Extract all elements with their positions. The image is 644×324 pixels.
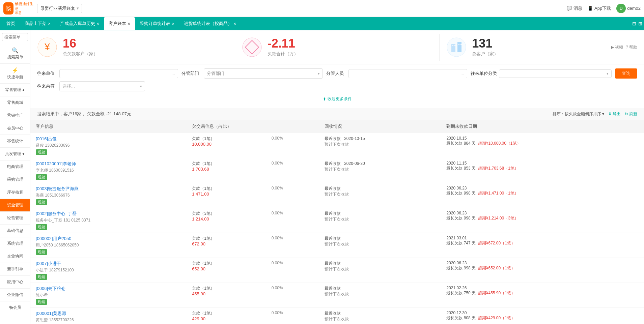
sidebar-item-inventory[interactable]: 库存核算 [0, 186, 30, 199]
customer-name-6[interactable]: [0006]去下粮仓 [36, 286, 65, 291]
cell-collection-2: 最近收款 预计下次收款 [319, 183, 441, 208]
tab-close-4[interactable]: ✕ [172, 22, 174, 26]
message-button[interactable]: 💬 消息 [567, 5, 582, 11]
maximize-icon[interactable]: ⊞ [638, 21, 642, 26]
customer-name-3[interactable]: [0002]服务中心_丁磊 [36, 211, 77, 216]
results-actions: 排序：按欠款金额倒序排序 ▾ ⬇ 导出 ↻ 刷新 [553, 111, 637, 117]
department-input[interactable]: 分管部门 ▾ [204, 68, 323, 79]
customer-name-4[interactable]: [000002]用户2050 [36, 236, 72, 241]
export-button[interactable]: ⬇ 导出 [608, 111, 621, 117]
filter-row-2: 往来余额 选择... ▾ [37, 81, 637, 91]
tab-close-3[interactable]: ✕ [128, 22, 130, 26]
debt-amount-6[interactable]: 455.90 [192, 291, 260, 296]
minimize-icon[interactable]: ⊟ [632, 21, 636, 26]
app-download-button[interactable]: 📱 App下载 [588, 5, 611, 11]
message-icon: 💬 [567, 6, 572, 11]
customer-tag-0: 现销 [36, 149, 47, 155]
next-collect-4: 预计下次收款 [325, 241, 436, 247]
sidebar: 🔍 搜索菜单 ⚡ 快捷导航 零售管理 ▲ 零售商城 营销推广 [0, 30, 30, 324]
overdue-text-3[interactable]: 超期¥1,214.00（3笔） [478, 216, 519, 220]
sidebar-item-purchase[interactable]: 采购管理 [0, 173, 30, 186]
customer-meta-4: 用户2050 18665062050 [36, 242, 181, 248]
sidebar-item-marketing[interactable]: 营销推广 [0, 109, 30, 122]
overdue-text-5[interactable]: 超期¥652.00（1笔） [478, 266, 515, 270]
user-avatar[interactable]: D demo2 [616, 4, 641, 13]
customer-name-7[interactable]: [000001]黄思源 [36, 311, 66, 316]
sidebar-item-retail-mgmt[interactable]: 零售管理 ▲ [0, 84, 30, 96]
sidebar-item-quick-nav[interactable]: ⚡ 快捷导航 [0, 64, 30, 84]
video-button[interactable]: ▶ 视频 [611, 45, 623, 50]
refresh-button[interactable]: ↻ 刷新 [625, 111, 637, 117]
debt-amount-0[interactable]: 10,000.00 [192, 142, 260, 147]
debt-count-1: 欠款（1笔） [192, 161, 260, 167]
sidebar-item-finance[interactable]: 资金管理 [0, 199, 30, 212]
sidebar-item-system[interactable]: 系统管理 [0, 237, 30, 250]
system-name-dropdown[interactable]: 母婴行业演示账套 ▾ [37, 4, 82, 13]
search-button[interactable]: 查询 [615, 68, 637, 79]
overdue-text-1[interactable]: 超期¥1,703.68（1笔） [478, 166, 519, 171]
search-input[interactable] [2, 33, 28, 41]
tab-close-5[interactable]: ✕ [233, 22, 236, 26]
overdue-text-4[interactable]: 超期¥672.00（1笔） [478, 241, 515, 245]
customer-meta-0: 吕俊 13026203696 [36, 143, 181, 148]
customer-name-5[interactable]: [0007]小进干 [36, 261, 61, 266]
overdue-text-6[interactable]: 超期¥455.90（1笔） [478, 291, 515, 295]
sidebar-item-membership[interactable]: 会员中心 [0, 122, 30, 135]
overdue-text-2[interactable]: 超期¥1,471.00（1笔） [478, 191, 519, 196]
tab-1[interactable]: 商品上下架 ✕ [20, 17, 55, 30]
category-input[interactable]: ▾ [499, 69, 612, 78]
tab-close-1[interactable]: ✕ [48, 22, 51, 26]
debt-count-5: 欠款（1笔） [192, 261, 260, 266]
tab-3[interactable]: 客户账本 ✕ [104, 17, 135, 30]
overdue-text-7[interactable]: 超期¥429.00（1笔） [478, 316, 515, 320]
table-container: 客户信息 欠交易信息（占比） 回收情况 到期未收款日期 [0016]吕俊 吕俊 … [30, 120, 644, 324]
table-row: [0016]吕俊 吕俊 13026203696 现销 欠款（1笔） 10,000… [30, 133, 644, 158]
next-collect-3: 预计下次收款 [325, 216, 436, 222]
debt-amount-3[interactable]: 1,214.00 [192, 216, 260, 222]
tab-2[interactable]: 产成品入库单历史 ✕ [55, 17, 104, 30]
counterpart-input[interactable]: ... [59, 69, 178, 78]
collapse-filter-button[interactable]: ⬆ 收起更多条件 [37, 94, 637, 104]
recent-collect-0: 最近收款 2020-10-15 [325, 136, 436, 142]
customer-name-0[interactable]: [0016]吕俊 [36, 136, 57, 141]
sidebar-item-operations[interactable]: 经营管理 [0, 212, 30, 225]
sidebar-item-retail-store[interactable]: 零售商城 [0, 96, 30, 109]
overdue-text-0[interactable]: 超期¥10,000.00（1笔） [478, 141, 521, 146]
stats-row: ¥ 16 总欠款客户（家） [30, 30, 644, 64]
sidebar-item-ecommerce[interactable]: 电商管理 [0, 160, 30, 173]
cell-due-date-5: 2020.06.23 最长欠款 998 天 超期¥652.00（1笔） [441, 258, 644, 283]
debt-amount-5[interactable]: 652.00 [192, 266, 260, 271]
debt-amount-7[interactable]: 429.00 [192, 316, 260, 321]
customer-name-1[interactable]: [0001020001]李老师 [36, 161, 76, 166]
debt-amount-4[interactable]: 672.00 [192, 241, 260, 246]
sidebar-item-collaboration[interactable]: 企业协同 [0, 250, 30, 263]
tab-home[interactable]: 首页 [2, 21, 20, 27]
customer-name-2[interactable]: [0003]畅捷服务尹海燕 [36, 186, 79, 191]
manager-input[interactable]: ... [348, 69, 467, 78]
sidebar-item-apps[interactable]: 应用中心 [0, 276, 30, 289]
customer-table: 客户信息 欠交易信息（占比） 回收情况 到期未收款日期 [0016]吕俊 吕俊 … [30, 120, 644, 324]
app-logo: 畅 [3, 2, 13, 14]
sidebar-item-wechat[interactable]: 企业微信 [0, 289, 30, 301]
sidebar-item-basic-info[interactable]: 基础信息 [0, 225, 30, 237]
help-button[interactable]: ? 帮助 [626, 45, 637, 50]
sidebar-item-vip[interactable]: 畅会员 [0, 301, 30, 314]
debt-ratio-6: 0.00% [272, 286, 314, 290]
sidebar-item-retail-stats[interactable]: 零售统计 [0, 135, 30, 148]
next-collect-0: 预计下次收款 [325, 142, 436, 147]
sidebar-item-guide[interactable]: 新手引导 [0, 263, 30, 276]
cell-debt-count-5: 欠款（1笔） 652.00 [187, 258, 266, 283]
debt-amount-2[interactable]: 1,471.00 [192, 192, 260, 197]
customer-tag-3: 现销 [36, 224, 47, 230]
tab-4[interactable]: 采购订单统计表 ✕ [135, 17, 179, 30]
cell-debt-ratio-2: 0.00% [266, 183, 319, 208]
debt-amount-1[interactable]: 1,703.68 [192, 167, 260, 172]
sidebar-item-search[interactable]: 🔍 搜索菜单 [0, 44, 30, 64]
tab-5[interactable]: 进货单统计表（按商品） ✕ [179, 17, 241, 30]
next-collect-1: 预计下次收款 [325, 167, 436, 172]
sort-selector[interactable]: 排序：按欠款金额倒序排序 ▾ [553, 111, 604, 117]
balance-input[interactable]: 选择... ▾ [59, 81, 145, 91]
filter-label-balance: 往来余额 [37, 83, 57, 89]
tab-close-2[interactable]: ✕ [96, 22, 99, 26]
sidebar-item-wholesale-mgmt[interactable]: 批发管理 ▼ [0, 148, 30, 160]
